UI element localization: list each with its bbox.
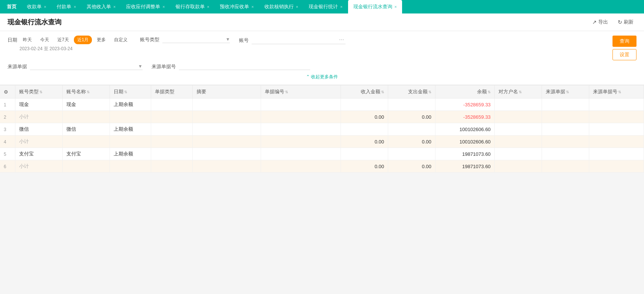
source-doc-select[interactable]: ▼ — [30, 64, 143, 70]
account-ellipsis-button[interactable]: ··· — [338, 36, 345, 43]
close-icon[interactable]: × — [395, 0, 397, 13]
cell-source-doc-no — [589, 111, 644, 123]
cell-doc-no — [261, 136, 341, 148]
col-balance: 余额⇅ — [435, 85, 494, 98]
source-doc-no-filter: 来源单据号 — [152, 63, 310, 70]
date-btn-today[interactable]: 今天 — [37, 36, 53, 44]
cell-doc-no — [261, 123, 341, 136]
source-doc-no-label: 来源单据号 — [152, 63, 176, 70]
close-icon[interactable]: × — [251, 0, 254, 13]
data-table: ⚙ 账号类型⇅ 账号名称⇅ 日期⇅ 单据类型 摘要 单据编号⇅ — [0, 85, 644, 173]
cell-summary — [193, 98, 261, 111]
filter-buttons: 查询 设置 — [612, 36, 636, 60]
cell-expense — [388, 148, 435, 160]
sort-icon[interactable]: ⇅ — [618, 90, 621, 94]
cell-doc-no — [261, 98, 341, 111]
query-button[interactable]: 查询 — [612, 36, 636, 47]
cell-income: 0.00 — [341, 111, 388, 123]
sort-icon[interactable]: ⇅ — [488, 90, 491, 94]
nav-item-receipts[interactable]: 收款单 × — [22, 0, 51, 13]
account-type-label: 账号类型 — [140, 36, 159, 43]
refresh-icon: ↻ — [618, 19, 622, 25]
date-btn-custom[interactable]: 自定义 — [111, 36, 131, 44]
nav-item-flow-query[interactable]: 现金银行流水查询 × — [348, 0, 402, 13]
table-header-row: ⚙ 账号类型⇅ 账号名称⇅ 日期⇅ 单据类型 摘要 单据编号⇅ — [0, 85, 644, 98]
cell-account-name: 微信 — [62, 123, 110, 136]
col-doc-type: 单据类型 — [151, 85, 193, 98]
col-summary: 摘要 — [193, 85, 261, 98]
cell-balance: 100102606.60 — [435, 136, 494, 148]
account-type-select[interactable]: ▼ — [162, 37, 230, 43]
refresh-button[interactable]: ↻ 刷新 — [615, 17, 636, 27]
cell-counterpart — [495, 111, 542, 123]
cell-income — [341, 98, 388, 111]
sort-icon[interactable]: ⇅ — [381, 90, 384, 94]
cell-expense: 0.00 — [388, 111, 435, 123]
cell-source-doc-no — [589, 136, 644, 148]
cell-source-doc — [542, 136, 589, 148]
cell-account-type: 微信 — [15, 123, 62, 136]
col-date: 日期⇅ — [110, 85, 151, 98]
close-icon[interactable]: × — [113, 0, 116, 13]
close-icon[interactable]: × — [207, 0, 209, 13]
nav-item-payment[interactable]: 付款单 × — [51, 0, 81, 13]
cell-counterpart — [495, 136, 542, 148]
sort-icon[interactable]: ⇅ — [428, 90, 431, 94]
export-button[interactable]: ↗ 导出 — [589, 17, 611, 27]
nav-item-verification[interactable]: 收款核销执行 × — [259, 0, 303, 13]
col-counterpart: 对方户名⇅ — [495, 85, 542, 98]
sort-icon[interactable]: ⇅ — [124, 90, 127, 94]
nav-item-bank[interactable]: 银行存取款单 × — [170, 0, 215, 13]
sort-icon[interactable]: ⇅ — [566, 90, 569, 94]
cell-doc-type — [151, 111, 193, 123]
sort-icon[interactable]: ⇅ — [519, 90, 522, 94]
cell-doc-no — [261, 111, 341, 123]
gear-icon[interactable]: ⚙ — [4, 89, 8, 95]
cell-income: 0.00 — [341, 160, 388, 173]
cell-source-doc-no — [589, 98, 644, 111]
cell-source-doc-no — [589, 123, 644, 136]
date-btn-more[interactable]: 更多 — [93, 36, 109, 44]
nav-home[interactable]: 首页 — [2, 0, 22, 13]
nav-item-adjustment[interactable]: 应收应付调整单 × — [121, 0, 170, 13]
sort-icon[interactable]: ⇅ — [285, 90, 288, 94]
page-title: 现金银行流水查询 — [8, 18, 62, 27]
close-icon[interactable]: × — [162, 0, 165, 13]
cell-balance: 100102606.60 — [435, 123, 494, 136]
cell-account-type: 支付宝 — [15, 148, 62, 160]
nav-item-other-income[interactable]: 其他收入单 × — [81, 0, 121, 13]
date-btn-7days[interactable]: 近7天 — [54, 36, 72, 44]
setting-button[interactable]: 设置 — [612, 49, 636, 60]
filter-area: 日期 昨天 今天 近7天 近1月 更多 自定义 2023-02-24 至 202… — [0, 31, 644, 85]
cell-date — [110, 111, 151, 123]
top-nav: 首页 收款单 × 付款单 × 其他收入单 × 应收应付调整单 × 银行存取款单 … — [0, 0, 644, 13]
account-text-input[interactable] — [252, 37, 338, 43]
collapse-button[interactable]: ⌃ 收起更多条件 — [8, 72, 636, 82]
nav-item-prepaid[interactable]: 预收冲应收单 × — [215, 0, 259, 13]
cell-account-type: 现金 — [15, 98, 62, 111]
cell-balance: -3528659.33 — [435, 98, 494, 111]
nav-item-stats[interactable]: 现金银行统计 × — [303, 0, 348, 13]
cell-num: 6 — [0, 160, 15, 173]
table-row: 1 现金 现金 上期余额 -3528659.33 — [0, 98, 644, 111]
sort-icon[interactable]: ⇅ — [39, 90, 42, 94]
date-btn-yesterday[interactable]: 昨天 — [20, 36, 35, 44]
cell-doc-type — [151, 160, 193, 173]
close-icon[interactable]: × — [340, 0, 342, 13]
col-account-name: 账号名称⇅ — [62, 85, 110, 98]
source-doc-no-text-input[interactable] — [179, 63, 310, 69]
source-doc-no-input[interactable] — [179, 63, 310, 70]
cell-num: 2 — [0, 111, 15, 123]
cell-summary — [193, 160, 261, 173]
col-gear: ⚙ — [0, 85, 15, 98]
table-row: 5 支付宝 支付宝 上期余额 19871073.60 — [0, 148, 644, 160]
close-icon[interactable]: × — [296, 0, 298, 13]
table-row: 6 小计 0.00 0.00 19871073.60 — [0, 160, 644, 173]
cell-summary — [193, 123, 261, 136]
date-btn-1month[interactable]: 近1月 — [74, 36, 92, 44]
sort-icon[interactable]: ⇅ — [87, 90, 90, 94]
cell-account-type: 小计 — [15, 136, 62, 148]
close-icon[interactable]: × — [44, 0, 46, 13]
close-icon[interactable]: × — [74, 0, 76, 13]
account-input[interactable]: ··· — [252, 36, 345, 44]
